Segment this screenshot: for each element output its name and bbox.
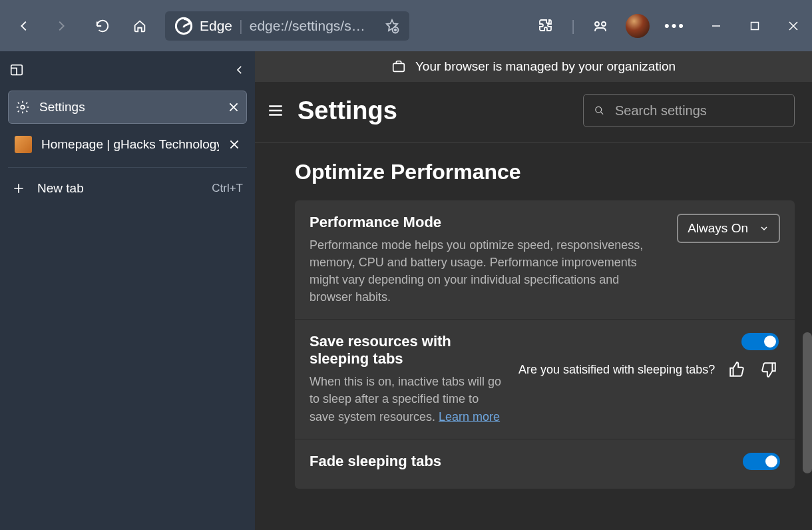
learn-more-link[interactable]: Learn more [439,410,500,423]
window-maximize-button[interactable] [745,17,764,35]
svg-point-2 [595,22,599,26]
svg-rect-7 [393,63,405,71]
thumbs-up-button[interactable] [727,360,747,380]
fade-tabs-row: Fade sleeping tabs [295,439,795,489]
row-description: Performance mode helps you optimize spee… [309,236,661,306]
new-tab-button[interactable]: New tab Ctrl+T [0,172,255,205]
feedback-question: Are you satisified with sleeping tabs? [518,363,715,377]
org-notice-bar: Your browser is managed by your organiza… [255,51,812,82]
dropdown-value: Always On [688,221,748,236]
row-description: When this is on, inactive tabs will go t… [309,373,503,425]
svg-point-6 [21,105,25,109]
svg-point-8 [596,107,602,113]
gear-icon [15,100,30,115]
fade-tabs-toggle[interactable] [743,453,780,470]
sleeping-tabs-row: Save resources with sleeping tabs When t… [295,320,795,439]
row-title: Performance Mode [309,214,661,231]
reload-button[interactable] [84,7,121,45]
edge-logo-icon [174,17,193,35]
back-button[interactable] [5,7,43,45]
collections-icon[interactable] [592,18,608,34]
tab-label: Settings [39,100,218,115]
search-icon [594,103,604,118]
close-tab-icon[interactable] [228,138,240,150]
scrollbar-thumb[interactable] [803,332,812,473]
row-title: Fade sleeping tabs [309,453,727,470]
separator: | [239,17,243,35]
settings-content: Your browser is managed by your organiza… [255,51,812,530]
search-input[interactable] [615,103,783,119]
profile-avatar[interactable] [626,14,650,38]
url-text: edge://settings/s… [250,18,365,34]
plus-icon [12,182,25,195]
home-button[interactable] [121,7,158,45]
window-minimize-button[interactable] [707,17,725,35]
briefcase-icon [391,59,406,74]
sleeping-tabs-toggle[interactable] [741,333,779,350]
row-title: Save resources with sleeping tabs [309,333,503,368]
toolbar-right: | ••• [538,14,807,38]
extensions-icon[interactable] [538,18,554,34]
tab-homepage[interactable]: Homepage | gHacks Technology [8,128,247,161]
browser-toolbar: Edge | edge://settings/s… | ••• [0,0,812,51]
tab-label: Homepage | gHacks Technology [41,137,219,152]
page-title: Settings [298,97,397,125]
svg-point-3 [602,22,606,26]
performance-mode-dropdown[interactable]: Always On [677,214,780,243]
section-heading: Optimize Performance [295,160,795,184]
more-menu-icon[interactable]: ••• [667,18,683,34]
vertical-tabs-sidebar: Settings Homepage | gHacks Technology Ne… [0,51,255,530]
tab-actions-icon[interactable] [9,63,24,77]
hamburger-menu-icon[interactable] [267,102,284,119]
site-favicon [15,136,32,153]
new-tab-shortcut: Ctrl+T [212,182,243,195]
address-bar[interactable]: Edge | edge://settings/s… [165,11,409,41]
performance-card: Performance Mode Performance mode helps … [295,200,795,489]
search-settings-box[interactable] [583,94,795,127]
close-tab-icon[interactable] [228,101,240,113]
svg-rect-4 [751,22,759,29]
org-notice-text: Your browser is managed by your organiza… [415,59,676,74]
favorite-icon[interactable] [384,18,400,34]
product-label: Edge [200,18,232,34]
divider [8,167,247,168]
forward-button[interactable] [43,7,80,45]
collapse-sidebar-icon[interactable] [234,64,246,76]
chevron-down-icon [759,223,769,234]
thumbs-down-button[interactable] [759,360,779,380]
tab-settings[interactable]: Settings [8,91,247,124]
separator: | [571,17,575,35]
new-tab-label: New tab [37,181,84,196]
window-close-button[interactable] [784,17,803,35]
performance-mode-row: Performance Mode Performance mode helps … [295,200,795,320]
